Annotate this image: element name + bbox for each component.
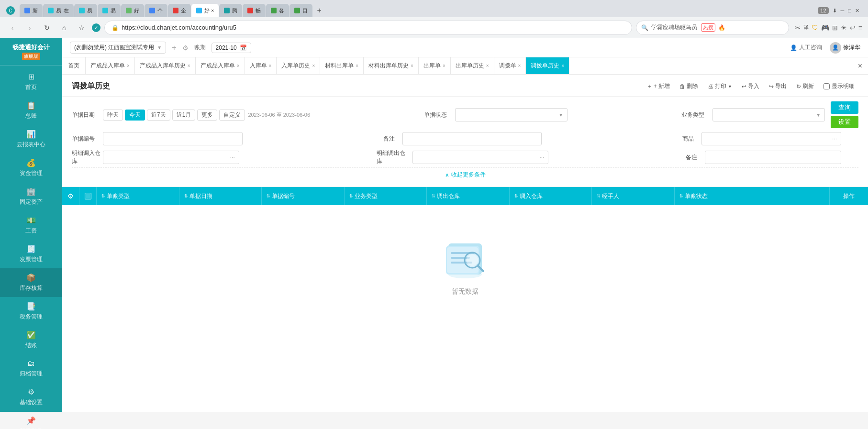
- sidebar-item-tax[interactable]: 📑 税务管理: [0, 297, 62, 326]
- sidebar-item-home[interactable]: ⊞ 首页: [0, 67, 62, 96]
- new-btn[interactable]: ＋ + 新增: [643, 80, 674, 92]
- sidebar-item-ledger[interactable]: 📋 总账: [0, 96, 62, 125]
- minimize-btn[interactable]: ─: [841, 8, 845, 13]
- browser-tab-1[interactable]: 新: [20, 4, 43, 17]
- show-cols-toggle[interactable]: 显示明细: [820, 80, 858, 92]
- customer-service-btn[interactable]: 👤 人工咨询: [790, 44, 822, 52]
- browser-tab-7[interactable]: 企: [168, 4, 191, 17]
- detail-out-select[interactable]: ···: [412, 151, 549, 164]
- th-handler[interactable]: ⇅ 经手人: [592, 187, 675, 205]
- period-selector[interactable]: 2021-10 📅: [211, 43, 251, 53]
- address-bar[interactable]: 🔒 https://cloud.chanjet.com/accounting/u…: [104, 21, 632, 35]
- th-doc-date[interactable]: ⇅ 单据日期: [179, 187, 262, 205]
- sidebar-item-asset[interactable]: 🏢 固定资产: [0, 182, 62, 211]
- browser-tab-5[interactable]: 好: [121, 4, 144, 17]
- th-doc-no[interactable]: ⇅ 单据编号: [262, 187, 345, 205]
- tab-material-out-hist[interactable]: 材料出库单历史 ×: [364, 57, 419, 75]
- tab-outbound-close[interactable]: ×: [443, 63, 445, 68]
- browser-tab-10[interactable]: 畅: [243, 4, 266, 17]
- show-cols-checkbox[interactable]: [823, 83, 830, 89]
- tab-transfer-hist-active[interactable]: 调拨单历史 ×: [526, 57, 569, 75]
- th-checkbox-cell[interactable]: [79, 187, 97, 205]
- browser-tab-12[interactable]: 目: [289, 4, 312, 17]
- th-transfer-out[interactable]: ⇅ 调出仓库: [427, 187, 510, 205]
- browser-tab-3[interactable]: 易: [74, 4, 97, 17]
- tab-outbound[interactable]: 出库单 ×: [419, 57, 451, 75]
- collapse-more-btn[interactable]: ∧ 收起更多条件: [72, 167, 858, 182]
- select-all-checkbox[interactable]: [85, 193, 91, 199]
- goods-filter-select[interactable]: ···: [701, 132, 841, 145]
- tab-panel-close-btn[interactable]: ×: [852, 62, 868, 70]
- browser-tab-11[interactable]: 各: [266, 4, 289, 17]
- remark2-input[interactable]: [705, 151, 841, 164]
- import-btn[interactable]: ↩ 导入: [738, 80, 763, 92]
- close-btn[interactable]: ✕: [855, 8, 859, 14]
- detail-in-select[interactable]: ···: [103, 151, 239, 164]
- tab-transfer-close[interactable]: ×: [518, 63, 521, 68]
- company-selector[interactable]: (勿删勿禁用) 江西服宝测试专用 ▼: [70, 42, 166, 54]
- forward-btn[interactable]: ›: [23, 21, 36, 34]
- tab-product-in-hist[interactable]: 产成品入库单历史 ×: [135, 57, 196, 75]
- date-btn-custom[interactable]: 自定义: [219, 110, 245, 121]
- sidebar-item-report[interactable]: 📊 云报表中心: [0, 125, 62, 154]
- tab-product-in2[interactable]: 产成品入库单 ×: [196, 57, 245, 75]
- biztype-filter-select[interactable]: ▼: [712, 108, 825, 121]
- tab-inbound-hist-close[interactable]: ×: [312, 63, 315, 68]
- refresh-nav-btn[interactable]: ↻: [40, 21, 54, 34]
- tab-material-out-close[interactable]: ×: [356, 63, 358, 68]
- sidebar-item-finance[interactable]: 💰 资金管理: [0, 154, 62, 182]
- tab-inbound-hist[interactable]: 入库单历史 ×: [277, 57, 320, 75]
- browser-tab-4[interactable]: 易: [98, 4, 121, 17]
- maximize-btn[interactable]: □: [848, 8, 851, 13]
- tab-product-in[interactable]: 产成品入库单 ×: [86, 57, 135, 75]
- sidebar-item-guide[interactable]: 📌 新手引导: [0, 411, 62, 429]
- th-transfer-in[interactable]: ⇅ 调入仓库: [510, 187, 592, 205]
- th-doc-status[interactable]: ⇅ 单账状态: [675, 187, 830, 205]
- sidebar-item-settings[interactable]: ⚙ 基础设置: [0, 383, 62, 411]
- tab-product-in-close[interactable]: ×: [127, 63, 130, 68]
- sidebar-item-archive[interactable]: 🗂 归档管理: [0, 354, 62, 383]
- docno-input[interactable]: [103, 132, 243, 145]
- back-btn[interactable]: ‹: [6, 21, 19, 34]
- print-btn[interactable]: 🖨 打印 ▼: [704, 80, 736, 92]
- th-settings-btn[interactable]: ⚙: [62, 187, 79, 205]
- setting-filter-btn[interactable]: 设置: [831, 116, 858, 128]
- date-btn-today[interactable]: 今天: [125, 110, 145, 121]
- sidebar-item-invoice[interactable]: 🧾 发票管理: [0, 240, 62, 268]
- tab-transfer[interactable]: 调拨单 ×: [494, 57, 526, 75]
- date-btn-more[interactable]: 更多: [197, 110, 217, 121]
- tab-product-in-hist-close[interactable]: ×: [188, 63, 190, 68]
- tab-home[interactable]: 首页: [62, 57, 86, 75]
- tab-outbound-hist[interactable]: 出库单历史 ×: [451, 57, 494, 75]
- remark-input[interactable]: [402, 132, 542, 145]
- sidebar-item-close[interactable]: ✅ 结账: [0, 326, 62, 354]
- tab-transfer-hist-close[interactable]: ×: [561, 63, 564, 68]
- tab-inbound[interactable]: 入库单 ×: [245, 57, 277, 75]
- date-btn-7days[interactable]: 近7天: [147, 110, 170, 121]
- browser-tab-8-active[interactable]: 好 ×: [191, 4, 219, 17]
- th-biz-type[interactable]: ⇅ 业务类型: [345, 187, 427, 205]
- settings-company-btn[interactable]: ⚙: [182, 44, 189, 52]
- status-filter-select[interactable]: ▼: [455, 108, 568, 121]
- browser-search-bar[interactable]: 🔍 学霸应聘场驱鸟员 热搜 🔥: [636, 21, 789, 35]
- browser-tab-9[interactable]: 腾: [219, 4, 242, 17]
- date-btn-1month[interactable]: 近1月: [172, 110, 196, 121]
- user-menu-btn[interactable]: 👤 徐泽华: [830, 42, 860, 54]
- tab-product-in2-close[interactable]: ×: [237, 63, 240, 68]
- query-btn[interactable]: 查询: [831, 101, 858, 114]
- tab-outbound-hist-close[interactable]: ×: [486, 63, 489, 68]
- delete-btn[interactable]: 🗑 删除: [676, 80, 702, 92]
- home-btn[interactable]: ⌂: [57, 21, 71, 34]
- browser-tab-2[interactable]: 易 在: [43, 4, 74, 17]
- tab-material-out[interactable]: 材料出库单 ×: [320, 57, 364, 75]
- tab-material-out-hist-close[interactable]: ×: [411, 63, 413, 68]
- export-btn[interactable]: ↪ 导出: [765, 80, 790, 92]
- th-doc-type[interactable]: ⇅ 单账类型: [97, 187, 179, 205]
- tab-inbound-close[interactable]: ×: [269, 63, 272, 68]
- sidebar-item-salary[interactable]: 💵 工资: [0, 211, 62, 240]
- add-company-btn[interactable]: +: [172, 44, 176, 52]
- refresh-page-btn[interactable]: ↻ 刷新: [792, 80, 818, 92]
- date-btn-yesterday[interactable]: 昨天: [103, 110, 123, 121]
- browser-tab-6[interactable]: 个: [145, 4, 167, 17]
- sidebar-item-inventory[interactable]: 📦 库存核算: [0, 268, 62, 297]
